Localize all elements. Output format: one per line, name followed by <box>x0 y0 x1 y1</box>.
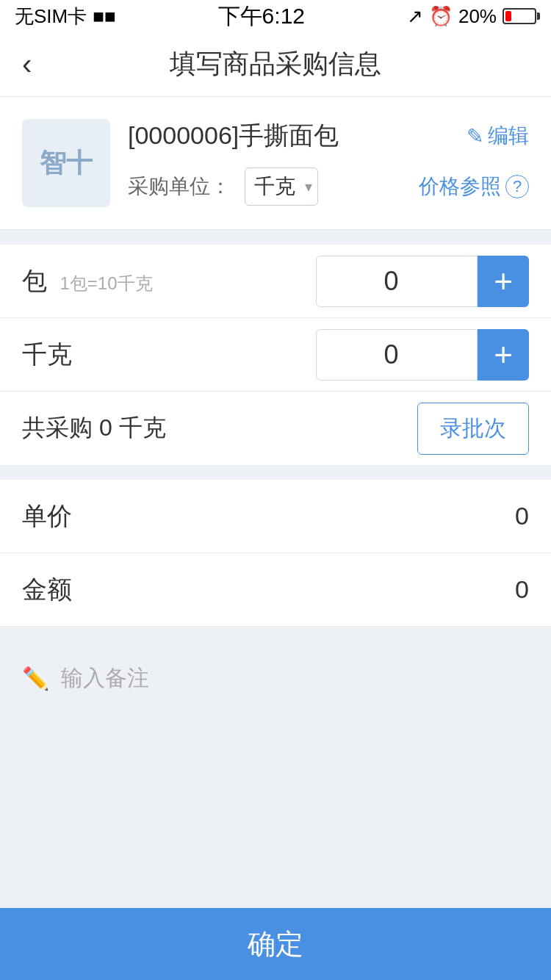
bag-input-wrap: + <box>316 256 529 307</box>
bag-input[interactable] <box>316 256 478 307</box>
bag-plus-button[interactable]: + <box>478 256 529 307</box>
battery-icon <box>503 8 536 24</box>
input-section: 包 1包=10千克 + 千克 + <box>0 245 551 392</box>
kg-input-row: 千克 + <box>0 318 551 392</box>
product-logo: 智十 <box>40 150 93 176</box>
remark-placeholder: 输入备注 <box>61 663 149 693</box>
kg-input-wrap: + <box>316 329 529 381</box>
unit-label-wrap: 采购单位： 千克 ▾ <box>128 167 318 206</box>
product-thumbnail: 智十 <box>22 119 110 207</box>
amount-label: 金额 <box>22 573 72 607</box>
product-name-row: [0000006]手撕面包 ✎ 编辑 <box>128 119 529 153</box>
back-button[interactable]: ‹ <box>22 48 32 81</box>
edit-button[interactable]: ✎ 编辑 <box>467 122 529 150</box>
remark-section[interactable]: ✏️ 输入备注 <box>0 641 551 716</box>
status-bar-left: 无SIM卡 ■■ <box>15 4 116 29</box>
battery-label: 20% <box>458 5 497 28</box>
help-icon: ? <box>505 175 529 198</box>
price-reference-button[interactable]: 价格参照 ? <box>419 173 529 201</box>
total-prefix: 共采购 <box>22 414 93 441</box>
edit-icon: ✎ <box>467 124 483 148</box>
amount-value: 0 <box>515 575 529 604</box>
kg-input[interactable] <box>316 329 478 381</box>
confirm-button-label: 确定 <box>248 926 303 963</box>
product-info: [0000006]手撕面包 ✎ 编辑 采购单位： 千克 ▾ 价格参照 ? <box>128 119 529 206</box>
unit-price-value: 0 <box>515 502 529 530</box>
wifi-icon: ■■ <box>93 5 115 28</box>
confirm-button[interactable]: 确定 <box>0 908 551 980</box>
status-bar-right: ↗ ⏰ 20% <box>407 5 536 28</box>
unit-label: 采购单位： <box>128 175 231 198</box>
total-label: 共采购 0 千克 <box>22 412 166 444</box>
alarm-icon: ⏰ <box>429 5 453 28</box>
section-divider-1 <box>0 230 551 245</box>
bag-label: 包 <box>22 267 47 295</box>
bottom-spacer <box>0 716 551 936</box>
section-divider-3 <box>0 627 551 641</box>
bag-label-group: 包 1包=10千克 <box>22 264 316 298</box>
bag-input-row: 包 1包=10千克 + <box>0 245 551 318</box>
kg-label: 千克 <box>22 338 316 372</box>
total-unit: 千克 <box>119 414 166 441</box>
page-title: 填写商品采购信息 <box>170 46 381 82</box>
time-label: 下午6:12 <box>218 1 305 32</box>
total-amount: 0 <box>99 414 112 441</box>
pencil-icon: ✏️ <box>22 666 49 691</box>
price-section: 单价 0 金额 0 <box>0 480 551 627</box>
batch-button[interactable]: 录批次 <box>417 403 529 455</box>
carrier-label: 无SIM卡 <box>15 4 87 29</box>
product-card: 智十 [0000006]手撕面包 ✎ 编辑 采购单位： 千克 ▾ 价格参照 ? <box>0 97 551 230</box>
section-divider-2 <box>0 465 551 480</box>
unit-price-label: 单价 <box>22 500 72 533</box>
amount-row: 金额 0 <box>0 553 551 627</box>
total-row: 共采购 0 千克 录批次 <box>0 392 551 465</box>
bag-sub-label: 1包=10千克 <box>60 273 152 293</box>
product-full-name: [0000006]手撕面包 <box>128 119 339 153</box>
unit-price-row: 单价 0 <box>0 480 551 553</box>
product-unit-row: 采购单位： 千克 ▾ 价格参照 ? <box>128 167 529 206</box>
unit-select[interactable]: 千克 <box>245 167 318 206</box>
price-ref-label: 价格参照 <box>419 173 501 201</box>
nav-bar: ‹ 填写商品采购信息 <box>0 32 551 97</box>
kg-plus-button[interactable]: + <box>478 329 529 381</box>
location-icon: ↗ <box>407 5 423 28</box>
unit-select-wrap[interactable]: 千克 ▾ <box>245 167 318 206</box>
status-bar: 无SIM卡 ■■ 下午6:12 ↗ ⏰ 20% <box>0 0 551 32</box>
